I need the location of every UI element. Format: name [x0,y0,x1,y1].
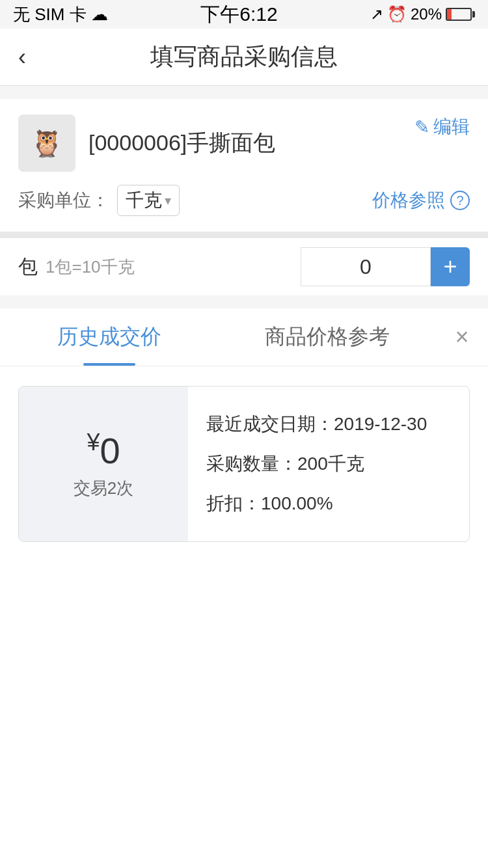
price-ref-button[interactable]: 价格参照 ? [372,188,470,213]
qty-value: 200千克 [297,454,364,474]
currency-symbol: ¥ [87,429,100,455]
page-title: 填写商品采购信息 [150,41,338,73]
status-right: ↗ ⏰ 20% [370,5,475,23]
quantity-unit-icon: 包 [18,254,38,280]
transaction-count: 交易2次 [74,477,133,500]
transaction-discount: 折扣：100.00% [206,489,451,519]
product-logo-icon: 🦉 [31,128,63,159]
unit-label-area: 采购单位： 千克 ▾ [18,185,180,216]
transaction-right: 最近成交日期：2019-12-30 采购数量：200千克 折扣：100.00% [188,387,469,541]
chevron-down-icon: ▾ [165,193,171,208]
discount-label: 折扣： [206,493,261,513]
tab-content-history: ¥0 交易2次 最近成交日期：2019-12-30 采购数量：200千克 折扣：… [0,366,488,562]
status-left: 无 SIM 卡 ☁ [13,3,108,26]
product-unit-row: 采购单位： 千克 ▾ 价格参照 ? [18,185,470,216]
price-ref-label: 价格参照 [372,188,445,213]
product-name: [0000006]手撕面包 [88,128,275,158]
alarm-icon: ⏰ [387,5,407,23]
date-value: 2019-12-30 [334,414,427,434]
tabs-close-button[interactable]: × [436,308,488,366]
discount-value: 100.00% [261,493,333,513]
transaction-card: ¥0 交易2次 最近成交日期：2019-12-30 采购数量：200千克 折扣：… [18,386,470,542]
edit-button[interactable]: ✎ 编辑 [414,115,470,139]
page-rest [0,562,488,868]
product-header: 🦉 [0000006]手撕面包 ✎ 编辑 [18,115,470,172]
tab-history-price[interactable]: 历史成交价 [0,308,218,366]
edit-label: 编辑 [433,115,470,139]
transaction-price-value: 0 [100,430,120,471]
divider [0,232,488,238]
quantity-unit-note: 1包=10千克 [46,256,135,278]
edit-icon: ✎ [414,116,429,138]
unit-label: 采购单位： [18,190,109,210]
battery-icon [446,8,475,21]
location-icon: ↗ [370,5,383,23]
product-thumbnail: 🦉 [18,115,75,172]
transaction-date: 最近成交日期：2019-12-30 [206,410,451,439]
quantity-controls: + [301,247,470,286]
quantity-plus-button[interactable]: + [431,247,470,286]
unit-value: 千克 [126,188,162,213]
quantity-input-wrap [301,247,431,286]
quantity-input[interactable] [301,255,430,279]
nav-bar: ‹ 填写商品采购信息 [0,29,488,86]
status-bar: 无 SIM 卡 ☁ 下午6:12 ↗ ⏰ 20% [0,0,488,29]
transaction-qty: 采购数量：200千克 [206,450,451,479]
transaction-left: ¥0 交易2次 [19,387,188,541]
tabs-section: 历史成交价 商品价格参考 × ¥0 交易2次 最近成交日期：2019-12-30… [0,308,488,562]
status-time: 下午6:12 [200,1,277,28]
tab-price-reference[interactable]: 商品价格参考 [218,308,436,366]
tab-price-reference-label: 商品价格参考 [265,323,390,351]
unit-select[interactable]: 千克 ▾ [117,185,180,216]
quantity-row: 包 1包=10千克 + [0,238,488,295]
product-card: 🦉 [0000006]手撕面包 ✎ 编辑 采购单位： 千克 ▾ 价格参照 ? [0,99,488,232]
help-icon[interactable]: ? [450,191,470,210]
tab-history-price-label: 历史成交价 [57,323,161,351]
date-label: 最近成交日期： [206,414,334,434]
product-left: 🦉 [0000006]手撕面包 [18,115,275,172]
battery-percent: 20% [411,5,442,23]
quantity-label: 包 1包=10千克 [18,254,135,280]
qty-label: 采购数量： [206,454,297,474]
tabs-header: 历史成交价 商品价格参考 × [0,308,488,366]
transaction-price: ¥0 [87,429,120,472]
back-button[interactable]: ‹ [18,44,26,71]
sim-status: 无 SIM 卡 ☁ [13,3,108,26]
